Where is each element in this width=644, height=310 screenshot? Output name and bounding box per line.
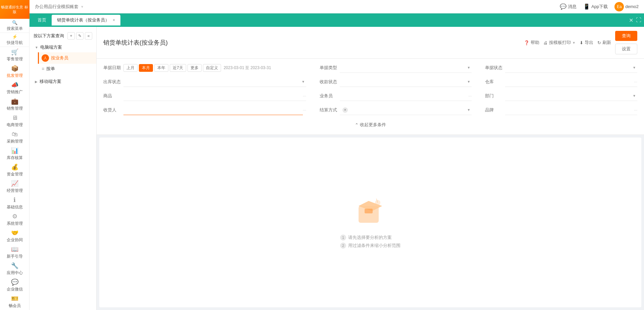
tab-close-icon[interactable]: × bbox=[113, 18, 115, 22]
sidebar-item-apps[interactable]: 🔧 应用中心 bbox=[0, 261, 30, 277]
date-btn-last-month[interactable]: 上月 bbox=[123, 64, 138, 72]
help-button[interactable]: ❓ 帮助 bbox=[524, 40, 539, 46]
query-button[interactable]: 查询 bbox=[615, 31, 637, 41]
member-icon: 🎫 bbox=[11, 295, 18, 302]
messages-label: 消息 bbox=[568, 4, 577, 10]
date-btn-more[interactable]: 更多 bbox=[187, 64, 202, 72]
payment-arrow-icon: ▼ bbox=[467, 108, 470, 112]
department-select[interactable]: ▼ bbox=[505, 91, 637, 101]
app-download-button[interactable]: 📱 App下载 bbox=[583, 3, 608, 10]
salesperson-dots-icon[interactable]: ··· bbox=[468, 94, 472, 98]
warehouse-dots-icon[interactable]: ··· bbox=[634, 80, 637, 84]
ops-icon: 📈 bbox=[11, 180, 18, 187]
sales-icon: 💼 bbox=[11, 98, 18, 105]
sidebar-item-quicknav[interactable]: ⚡ 快捷导航 bbox=[0, 33, 30, 47]
tree-item-by-salesperson[interactable]: 人 按业务员 bbox=[38, 52, 96, 64]
empty-num-1: 1 bbox=[340, 235, 346, 241]
collapse-panel-button[interactable]: « bbox=[85, 32, 92, 40]
sidebar-item-ops[interactable]: 📈 经营管理 bbox=[0, 178, 30, 195]
tab-home[interactable]: 首页 bbox=[32, 15, 52, 25]
logo-text: 畅捷通好生意 标版 bbox=[0, 5, 30, 14]
salesperson-badge: 人 bbox=[42, 54, 49, 62]
empty-box-svg bbox=[354, 196, 387, 226]
guide-icon: 📖 bbox=[11, 246, 18, 253]
marketing-icon: 📣 bbox=[11, 81, 18, 89]
sidebar-item-wholesale[interactable]: 📦 批发管理 bbox=[0, 63, 30, 80]
sidebar-item-retail[interactable]: 🛒 零售管理 bbox=[0, 47, 30, 63]
collapse-bar[interactable]: ⌃ 收起更多条件 bbox=[103, 119, 637, 131]
sidebar-item-ecommerce[interactable]: 🖥 电商管理 bbox=[0, 113, 30, 129]
tree-item-by-order[interactable]: ≡ 按单 bbox=[39, 64, 96, 74]
brand-label: 品牌 bbox=[485, 107, 505, 113]
receipt-status-select[interactable]: ▼ bbox=[340, 77, 472, 87]
sidebar-item-marketing[interactable]: 📣 营销推广 bbox=[0, 80, 30, 96]
system-icon: ⚙ bbox=[12, 213, 17, 220]
help-icon: ❓ bbox=[524, 40, 529, 45]
tab-active[interactable]: 销货单统计表（按业务员） × bbox=[52, 15, 120, 25]
sidebar-item-system[interactable]: ⚙ 系统管理 bbox=[0, 211, 30, 228]
tree-child-desktop: 人 按业务员 ≡ 按单 bbox=[30, 52, 96, 74]
collapse-arrow-icon: ⌃ bbox=[355, 122, 359, 127]
out-status-select[interactable]: ▼ bbox=[123, 77, 306, 87]
add-scheme-button[interactable]: + bbox=[67, 32, 75, 40]
doc-status-select[interactable]: ▼ bbox=[505, 63, 637, 73]
export-button[interactable]: ⬇ 导出 bbox=[580, 40, 593, 46]
goods-dots-icon[interactable]: ··· bbox=[303, 94, 306, 98]
filter-salesperson: 业务员 ··· bbox=[320, 91, 472, 101]
messages-button[interactable]: 💬 消息 bbox=[560, 3, 577, 10]
sidebar-item-finance[interactable]: 💰 资金管理 bbox=[0, 162, 30, 178]
department-label: 部门 bbox=[485, 93, 505, 99]
sidebar-item-member[interactable]: 🎫 畅会员 bbox=[0, 294, 30, 310]
date-btn-this-year[interactable]: 本年 bbox=[154, 64, 168, 72]
print-label: 按模板打印 bbox=[549, 40, 571, 46]
sidebar-item-search[interactable]: 🔍 搜索菜单 bbox=[0, 19, 30, 33]
sidebar-item-guide[interactable]: 📖 新手引导 bbox=[0, 244, 30, 261]
avatar-text: Ea bbox=[617, 4, 622, 9]
sidebar-item-basic[interactable]: ℹ 基础信息 bbox=[0, 195, 30, 211]
left-panel-actions: + ✎ « bbox=[67, 32, 92, 40]
edit-scheme-button[interactable]: ✎ bbox=[76, 32, 84, 40]
breadcrumb-text: 办公用品行业模拟账套 bbox=[35, 4, 78, 10]
date-btn-7days[interactable]: 近7天 bbox=[170, 64, 186, 72]
filter-date: 单据日期 上月 本月 本年 近7天 更多 自定义 2023-03-01 至 20… bbox=[103, 64, 306, 72]
print-arrow-icon: ▼ bbox=[572, 41, 576, 45]
top-header: 办公用品行业模拟账套 ▾ 💬 消息 📱 App下载 Ea demo2 bbox=[30, 0, 644, 13]
svg-rect-3 bbox=[365, 209, 373, 213]
settings-button[interactable]: 设置 bbox=[615, 44, 637, 54]
tab-expand-icon[interactable]: ⛶ bbox=[636, 17, 641, 23]
sidebar-item-purchase[interactable]: 🛍 采购管理 bbox=[0, 129, 30, 146]
sidebar-item-sales[interactable]: 💼 销售管理 bbox=[0, 96, 30, 113]
empty-num-2: 2 bbox=[340, 243, 346, 249]
department-arrow-icon: ▼ bbox=[633, 94, 636, 98]
filter-warehouse: 仓库 ··· bbox=[485, 77, 637, 87]
date-btn-this-month[interactable]: 本月 bbox=[139, 64, 153, 72]
receiver-dots-icon[interactable]: ··· bbox=[303, 108, 306, 112]
user-menu[interactable]: Ea demo2 bbox=[614, 2, 639, 11]
sidebar-item-wechat[interactable]: 💬 企业微信 bbox=[0, 277, 30, 294]
brand-dots-icon[interactable]: ··· bbox=[634, 108, 637, 112]
sidebar-item-collab[interactable]: 🤝 企业协同 bbox=[0, 228, 30, 244]
right-content: 销货单统计表(按业务员) ❓ 帮助 🖨 按模板打印 ▼ ⬇ 导出 bbox=[97, 27, 644, 310]
breadcrumb-arrow-icon: ▾ bbox=[81, 4, 83, 9]
user-label: demo2 bbox=[625, 4, 639, 9]
retail-label: 零售管理 bbox=[7, 56, 23, 62]
receiver-input[interactable] bbox=[123, 105, 303, 115]
purchase-icon: 🛍 bbox=[12, 131, 18, 138]
wholesale-label: 批发管理 bbox=[7, 73, 23, 79]
wechat-label: 企业微信 bbox=[7, 287, 23, 292]
system-label: 系统管理 bbox=[7, 221, 23, 226]
tab-close-window-icon[interactable]: ✕ bbox=[629, 17, 633, 23]
print-button[interactable]: 🖨 按模板打印 ▼ bbox=[543, 40, 576, 46]
sidebar-item-inventory[interactable]: 📊 库存核算 bbox=[0, 146, 30, 162]
doc-type-select[interactable]: ▼ bbox=[340, 63, 472, 73]
payment-tag-close-icon[interactable]: × bbox=[342, 107, 348, 113]
sales-label: 销售管理 bbox=[7, 106, 23, 111]
empty-step-2: 2 用过滤条件来缩小分析范围 bbox=[340, 243, 400, 249]
inventory-icon: 📊 bbox=[11, 147, 18, 154]
empty-step-1: 1 请先选择要分析的方案 bbox=[340, 235, 400, 241]
page-title: 销货单统计表(按业务员) bbox=[103, 39, 168, 47]
content-header-actions: ❓ 帮助 🖨 按模板打印 ▼ ⬇ 导出 ↻ 刷新 bbox=[524, 31, 637, 54]
payment-select[interactable]: × ▼ bbox=[340, 105, 472, 115]
date-btn-custom[interactable]: 自定义 bbox=[203, 64, 221, 72]
refresh-button[interactable]: ↻ 刷新 bbox=[597, 40, 611, 46]
